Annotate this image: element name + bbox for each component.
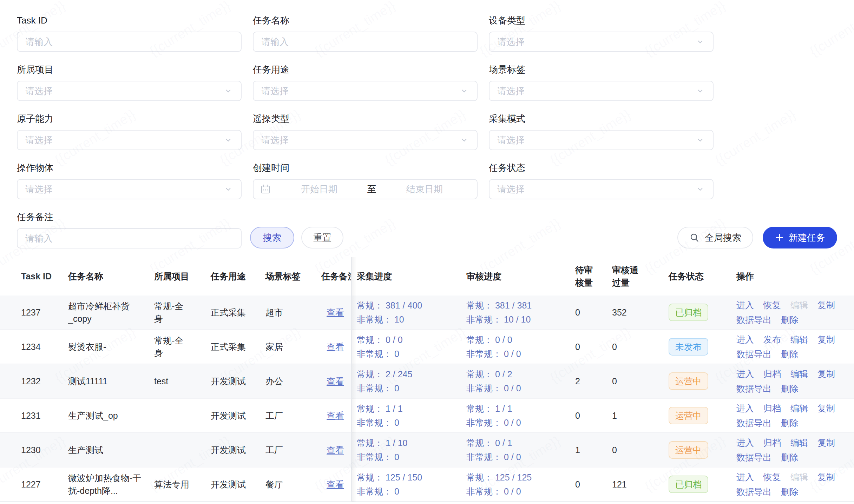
cell-review-progress: 常规： 0 / 1非常规： 0 / 0 bbox=[466, 436, 575, 464]
action-delete-link[interactable]: 删除 bbox=[781, 485, 799, 498]
action-delete-link[interactable]: 删除 bbox=[781, 382, 799, 395]
task-id-input[interactable] bbox=[17, 32, 242, 52]
purpose-select[interactable]: 请选择 bbox=[253, 81, 478, 101]
end-date-placeholder[interactable]: 结束日期 bbox=[379, 183, 471, 195]
field-status: 任务状态 请选择 bbox=[489, 161, 714, 199]
action-edit-link[interactable]: 编辑 bbox=[790, 333, 808, 346]
field-task-id: Task ID bbox=[17, 14, 242, 52]
cell-collect-progress: 常规： 381 / 400非常规： 10 bbox=[351, 298, 466, 326]
col-header-project: 所属项目 bbox=[154, 270, 211, 283]
action-edit-link[interactable]: 编辑 bbox=[790, 367, 808, 380]
cell-pending-count: 0 bbox=[575, 307, 612, 318]
action-export-link[interactable]: 数据导出 bbox=[736, 451, 771, 464]
chevron-down-icon bbox=[459, 135, 469, 145]
action-delete-link[interactable]: 删除 bbox=[781, 451, 799, 464]
chevron-down-icon bbox=[223, 135, 233, 145]
action-delete-link[interactable]: 删除 bbox=[781, 416, 799, 430]
action-archive-link[interactable]: 归档 bbox=[763, 402, 781, 415]
action-copy-link[interactable]: 复制 bbox=[817, 470, 835, 484]
cell-project: test bbox=[154, 375, 211, 387]
create-task-button[interactable]: 新建任务 bbox=[763, 227, 837, 248]
create-time-range-picker[interactable]: 开始日期 至 结束日期 bbox=[253, 179, 478, 199]
action-enter-link[interactable]: 进入 bbox=[736, 402, 754, 415]
project-select[interactable]: 请选择 bbox=[17, 81, 242, 101]
cell-collect-progress: 常规： 0 / 0非常规： 0 bbox=[351, 333, 466, 361]
action-enter-link[interactable]: 进入 bbox=[736, 436, 754, 449]
global-search-label: 全局搜索 bbox=[705, 232, 741, 244]
action-export-link[interactable]: 数据导出 bbox=[736, 485, 771, 498]
table-row: 1237 超市冷鲜柜补货_copy 常规-全身 正式采集 超市 查看 常规： 3… bbox=[0, 296, 854, 330]
collect-mode-select[interactable]: 请选择 bbox=[489, 130, 714, 150]
field-create-time: 创建时间 开始日期 至 结束日期 bbox=[253, 161, 478, 199]
object-select[interactable]: 请选择 bbox=[17, 179, 242, 199]
device-type-select[interactable]: 请选择 bbox=[489, 32, 714, 52]
task-name-input[interactable] bbox=[253, 32, 478, 52]
cell-pending-count: 2 bbox=[575, 376, 612, 386]
atomic-select[interactable]: 请选择 bbox=[17, 130, 242, 150]
view-note-link[interactable]: 查看 bbox=[327, 307, 344, 317]
teleop-placeholder: 请选择 bbox=[261, 134, 459, 146]
chevron-down-icon bbox=[459, 86, 469, 96]
reset-button[interactable]: 重置 bbox=[301, 227, 343, 248]
project-placeholder: 请选择 bbox=[25, 85, 223, 97]
atomic-placeholder: 请选择 bbox=[25, 134, 223, 146]
view-note-link[interactable]: 查看 bbox=[327, 342, 344, 352]
start-date-placeholder[interactable]: 开始日期 bbox=[273, 183, 365, 195]
action-restore-link[interactable]: 恢复 bbox=[763, 470, 781, 484]
teleop-label: 遥操类型 bbox=[253, 112, 478, 125]
action-restore-link[interactable]: 恢复 bbox=[763, 298, 781, 312]
cell-task-id: 1231 bbox=[0, 411, 68, 421]
action-copy-link[interactable]: 复制 bbox=[817, 298, 835, 312]
cell-purpose: 开发测试 bbox=[211, 444, 265, 456]
cell-approved-count: 1 bbox=[612, 411, 667, 421]
scene-tag-select[interactable]: 请选择 bbox=[489, 81, 714, 101]
col-header-collect: 采集进度 bbox=[351, 271, 466, 282]
action-copy-link[interactable]: 复制 bbox=[817, 402, 835, 415]
search-button[interactable]: 搜索 bbox=[250, 227, 294, 248]
cell-scene: 工厂 bbox=[265, 410, 321, 422]
action-enter-link[interactable]: 进入 bbox=[736, 333, 754, 346]
action-export-link[interactable]: 数据导出 bbox=[736, 416, 771, 430]
action-delete-link[interactable]: 删除 bbox=[781, 313, 799, 326]
status-tag: 运营中 bbox=[669, 407, 708, 424]
global-search-button[interactable]: 全局搜索 bbox=[677, 227, 753, 248]
action-export-link[interactable]: 数据导出 bbox=[736, 347, 771, 361]
view-note-link[interactable]: 查看 bbox=[327, 479, 344, 489]
action-edit-link[interactable]: 编辑 bbox=[790, 402, 808, 415]
action-copy-link[interactable]: 复制 bbox=[817, 436, 835, 449]
status-label: 任务状态 bbox=[489, 161, 714, 174]
action-archive-link[interactable]: 归档 bbox=[763, 367, 781, 380]
action-archive-link[interactable]: 归档 bbox=[763, 436, 781, 449]
purpose-label: 任务用途 bbox=[253, 63, 478, 76]
action-copy-link[interactable]: 复制 bbox=[817, 333, 835, 346]
cell-project: 常规-全身 bbox=[154, 334, 211, 359]
action-export-link[interactable]: 数据导出 bbox=[736, 313, 771, 326]
cell-purpose: 正式采集 bbox=[211, 341, 265, 353]
task-table: Task ID 任务名称 所属项目 任务用途 场景标签 任务备注 采集进度 审核… bbox=[0, 257, 854, 502]
cell-task-name: 微波炉加热食物-干扰-depth降... bbox=[68, 472, 154, 497]
teleop-select[interactable]: 请选择 bbox=[253, 130, 478, 150]
action-copy-link[interactable]: 复制 bbox=[817, 367, 835, 380]
view-note-link[interactable]: 查看 bbox=[327, 376, 344, 386]
status-tag: 已归档 bbox=[669, 304, 708, 321]
field-scene-tag: 场景标签 请选择 bbox=[489, 63, 714, 101]
action-enter-link[interactable]: 进入 bbox=[736, 470, 754, 484]
cell-pending-count: 1 bbox=[575, 445, 612, 455]
cell-pending-count: 0 bbox=[575, 411, 612, 421]
field-note: 任务备注 bbox=[17, 211, 242, 248]
chevron-down-icon bbox=[695, 86, 705, 96]
action-enter-link[interactable]: 进入 bbox=[736, 298, 754, 312]
field-teleop: 遥操类型 请选择 bbox=[253, 112, 478, 150]
cell-review-progress: 常规： 381 / 381非常规： 10 / 10 bbox=[466, 298, 575, 326]
action-export-link[interactable]: 数据导出 bbox=[736, 382, 771, 395]
view-note-link[interactable]: 查看 bbox=[327, 445, 344, 455]
action-publish-link[interactable]: 发布 bbox=[763, 333, 781, 346]
cell-scene: 餐厅 bbox=[265, 479, 321, 490]
action-edit-link[interactable]: 编辑 bbox=[790, 436, 808, 449]
action-enter-link[interactable]: 进入 bbox=[736, 367, 754, 380]
status-select[interactable]: 请选择 bbox=[489, 179, 714, 199]
view-note-link[interactable]: 查看 bbox=[327, 411, 344, 420]
note-input[interactable] bbox=[17, 228, 242, 248]
action-delete-link[interactable]: 删除 bbox=[781, 347, 799, 361]
chevron-down-icon bbox=[695, 184, 705, 194]
